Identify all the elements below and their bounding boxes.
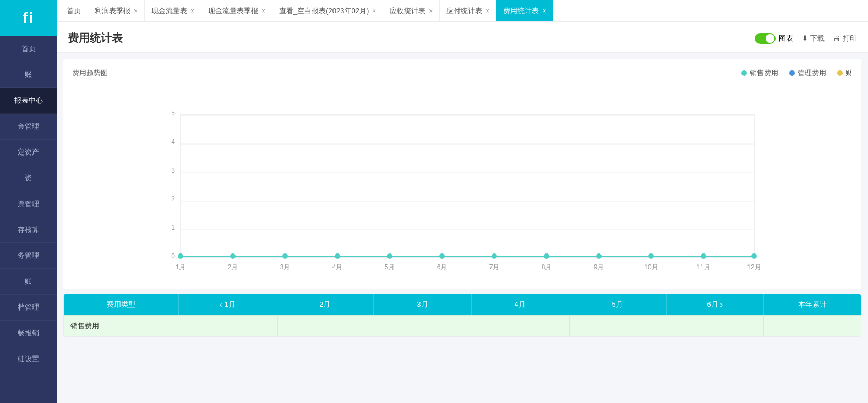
tab-close-profit-quarterly[interactable]: × (134, 7, 138, 15)
table-header-m1: ‹ 1月 (179, 294, 276, 315)
download-icon: ⬇ (802, 34, 808, 42)
legend-finance: 财 (837, 68, 853, 78)
table-cell-type: 销售费用 (64, 316, 181, 336)
legend-dot-sales (741, 70, 747, 76)
svg-point-35 (701, 253, 706, 259)
table-header-m5: 5月 (569, 294, 667, 315)
sidebar-item-service-mgmt[interactable]: 务管理 (0, 243, 57, 269)
legend-sales: 销售费用 (741, 68, 778, 78)
tab-blank-report[interactable]: 查看_空白报表(2023年02月) × (272, 0, 383, 21)
tab-close-cashflow[interactable]: × (190, 7, 194, 15)
table-cell-m2 (278, 316, 375, 336)
tab-close-payable[interactable]: × (485, 7, 489, 15)
tab-close-receivable[interactable]: × (429, 7, 433, 15)
svg-point-36 (751, 253, 757, 259)
svg-rect-12 (181, 114, 754, 257)
svg-point-27 (282, 253, 288, 259)
chart-title: 费用趋势图 (72, 68, 108, 78)
legend-dot-admin (789, 70, 795, 76)
table-cell-ytd (764, 316, 861, 336)
svg-point-32 (544, 253, 549, 259)
svg-text:5: 5 (171, 109, 175, 117)
chart-container: 0 1 2 3 4 5 (72, 82, 853, 280)
table-cell-m1 (181, 316, 279, 336)
sidebar-item-report-center[interactable]: 报表中心 (0, 88, 57, 114)
sidebar: fi 首页 账 报表中心 金管理 定资产 资 票管理 存核算 务管理 账 档管理… (0, 0, 57, 403)
svg-point-26 (230, 253, 236, 259)
legend-label-finance: 财 (845, 68, 853, 78)
svg-point-33 (596, 253, 602, 259)
sidebar-logo: fi (0, 0, 57, 36)
sidebar-item-inventory[interactable]: 存核算 (0, 217, 57, 243)
svg-text:10月: 10月 (644, 263, 658, 271)
svg-point-28 (335, 253, 340, 259)
svg-text:1: 1 (171, 224, 175, 231)
legend-admin: 管理费用 (789, 68, 826, 78)
page-header: 费用统计表 图表 ⬇ 下载 🖨 打印 (57, 22, 868, 53)
chart-section: 费用趋势图 销售费用 管理费用 财 (63, 59, 861, 289)
sidebar-item-invoice-mgmt[interactable]: 票管理 (0, 191, 57, 217)
tab-close-cashflow-quarterly[interactable]: × (261, 7, 265, 15)
sidebar-item-expense[interactable]: 畅报销 (0, 321, 57, 346)
tab-home[interactable]: 首页 (60, 0, 88, 21)
svg-text:3月: 3月 (280, 263, 291, 271)
svg-text:12月: 12月 (747, 263, 761, 271)
svg-text:6月: 6月 (437, 263, 447, 271)
content-area: 费用趋势图 销售费用 管理费用 财 (57, 53, 868, 403)
table-header-m2: 2月 (276, 294, 374, 315)
legend-label-sales: 销售费用 (750, 68, 778, 78)
table-header: 费用类型 ‹ 1月 2月 3月 4月 5月 (64, 294, 861, 315)
svg-text:4月: 4月 (332, 263, 343, 271)
svg-point-25 (178, 253, 183, 259)
tab-close-blank-report[interactable]: × (372, 7, 376, 15)
svg-point-31 (492, 253, 497, 259)
next-month-button[interactable]: › (720, 300, 723, 309)
svg-text:9月: 9月 (594, 263, 604, 271)
tab-expense-stats[interactable]: 费用统计表 × (496, 0, 553, 21)
chart-header: 费用趋势图 销售费用 管理费用 财 (72, 68, 853, 78)
chart-toggle[interactable] (755, 33, 776, 44)
tab-close-expense-stats[interactable]: × (542, 7, 546, 15)
table-header-m4: 4月 (472, 294, 569, 315)
table-cell-m4 (472, 316, 570, 336)
table-header-type: 费用类型 (64, 294, 179, 315)
sidebar-item-investment[interactable]: 资 (0, 165, 57, 191)
svg-text:0: 0 (171, 252, 175, 260)
sidebar-item-fixed-assets[interactable]: 定资产 (0, 140, 57, 165)
table-header-ytd: 本年累计 (764, 294, 861, 315)
tab-cashflow-quarterly[interactable]: 现金流量表季报 × (201, 0, 272, 21)
tab-bar: 首页 利润表季报 × 现金流量表 × 现金流量表季报 × 查看_空白报表(202… (57, 0, 868, 22)
svg-text:7月: 7月 (489, 263, 500, 271)
tab-profit-quarterly[interactable]: 利润表季报 × (88, 0, 145, 21)
main-content: 首页 利润表季报 × 现金流量表 × 现金流量表季报 × 查看_空白报表(202… (57, 0, 868, 403)
svg-text:4: 4 (171, 138, 175, 146)
svg-point-29 (387, 253, 392, 259)
sidebar-item-fund-mgmt[interactable]: 金管理 (0, 114, 57, 140)
chart-toggle-wrap[interactable]: 图表 (755, 33, 793, 44)
sidebar-item-ledger[interactable]: 账 (0, 269, 57, 295)
prev-month-button[interactable]: ‹ (220, 300, 222, 309)
legend-dot-finance (837, 70, 843, 76)
svg-text:1月: 1月 (176, 263, 186, 271)
tab-payable[interactable]: 应付统计表 × (440, 0, 496, 21)
tab-cashflow[interactable]: 现金流量表 × (145, 0, 201, 21)
download-button[interactable]: ⬇ 下载 (802, 34, 825, 43)
print-button[interactable]: 🖨 打印 (833, 34, 857, 43)
sidebar-item-archive-mgmt[interactable]: 档管理 (0, 295, 57, 321)
svg-text:2月: 2月 (228, 263, 238, 271)
svg-text:5月: 5月 (385, 263, 395, 271)
sidebar-item-account[interactable]: 账 (0, 62, 57, 88)
data-table-section: 费用类型 ‹ 1月 2月 3月 4月 5月 (63, 294, 861, 337)
page-title: 费用统计表 (68, 31, 123, 46)
tab-receivable[interactable]: 应收统计表 × (383, 0, 440, 21)
svg-point-30 (439, 253, 445, 259)
sidebar-item-home[interactable]: 首页 (0, 36, 57, 62)
sidebar-item-basic-settings[interactable]: 础设置 (0, 346, 57, 372)
svg-point-34 (648, 253, 654, 259)
print-icon: 🖨 (833, 34, 840, 42)
table-cell-m3 (375, 316, 473, 336)
chart-legend: 销售费用 管理费用 财 (741, 68, 853, 78)
table-row: 销售费用 (64, 315, 861, 336)
svg-text:3: 3 (171, 167, 175, 174)
svg-text:11月: 11月 (696, 263, 710, 271)
